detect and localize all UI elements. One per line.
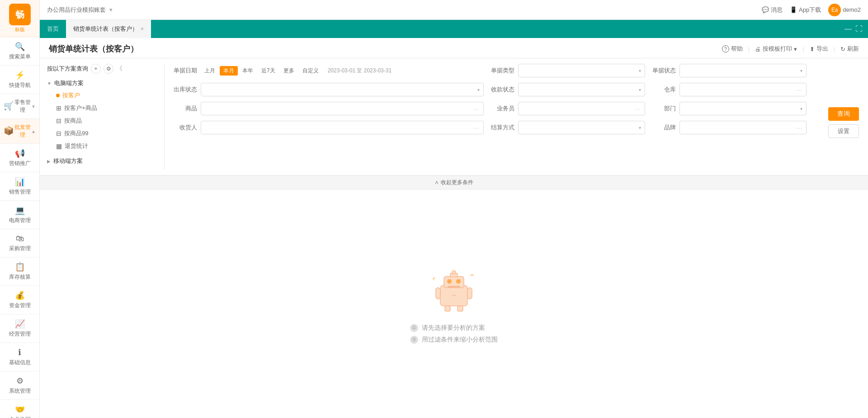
logo-icon: 畅: [9, 4, 31, 25]
refresh-icon: ↻: [840, 46, 845, 52]
sidebar-item-system[interactable]: ⚙ 系统管理: [0, 371, 39, 400]
sidebar-item-marketing[interactable]: 📢 营销推广: [0, 144, 39, 172]
tab-maximize-icon[interactable]: ⛶: [855, 25, 863, 33]
type-dropdown[interactable]: ▾: [518, 64, 645, 77]
scheme-by-goods[interactable]: ⊟ 按商品: [47, 114, 159, 127]
print-button[interactable]: 🖨 按模板打印 ▾: [755, 45, 797, 53]
scheme-by-customer-goods[interactable]: ⊞ 按客户+商品: [47, 102, 159, 114]
tab-minimize-icon[interactable]: —: [844, 25, 852, 33]
sidebar-item-search[interactable]: 🔍 搜索菜单: [0, 37, 39, 66]
sidebar-item-wholesale[interactable]: 📦 批发管理 ▲: [0, 119, 39, 144]
date-btn-this-month[interactable]: 本月: [220, 66, 238, 76]
user-menu[interactable]: Ea demo2: [828, 4, 861, 16]
pc-scheme-group-header[interactable]: ▼ 电脑端方案: [47, 77, 159, 89]
chevron-down-icon: ▾: [800, 68, 802, 73]
empty-tips: ① 请先选择要分析的方案 ② 用过滤条件来缩小分析范围: [410, 324, 498, 347]
warehouse-dropdown[interactable]: ···: [679, 83, 807, 96]
sidebar: 畅 标版 🔍 搜索菜单 ⚡ 快捷导航 🛒 零售管理 ▼ 📦 批发管理 ▲ 📢 营…: [0, 0, 40, 418]
refresh-label: 刷新: [847, 45, 859, 53]
type-label: 单据类型: [489, 66, 514, 75]
scheme-by-goods-99[interactable]: ⊟ 按商品99: [47, 127, 159, 140]
help-label: 帮助: [731, 45, 743, 53]
receive-status-dropdown[interactable]: ▾: [518, 83, 645, 96]
wholesale-icon: 📦: [4, 126, 14, 136]
message-button[interactable]: 💬 消息: [762, 6, 783, 14]
date-btn-this-year[interactable]: 本年: [239, 66, 257, 76]
date-btn-last-month[interactable]: 上月: [201, 66, 219, 76]
goods-input[interactable]: ···: [201, 102, 484, 115]
tip-text-1: 请先选择要分析的方案: [422, 324, 485, 332]
sidebar-item-sales[interactable]: 📊 销售管理: [0, 172, 39, 201]
scheme-item-label: 按客户: [62, 91, 80, 100]
tab-home[interactable]: 首页: [40, 20, 66, 38]
settings-scheme-button[interactable]: ⚙: [104, 64, 113, 74]
brand-input[interactable]: ···: [679, 121, 807, 134]
sidebar-item-quicknav[interactable]: ⚡ 快捷导航: [0, 66, 39, 94]
logo-area: 畅 标版: [0, 0, 39, 37]
operation-icon: 📈: [15, 319, 25, 329]
scheme-by-customer[interactable]: 按客户: [47, 89, 159, 102]
mobile-scheme-group-header[interactable]: ▶ 移动端方案: [47, 155, 159, 167]
dept-label: 部门: [651, 104, 676, 113]
collapse-scheme-icon[interactable]: 《: [116, 65, 123, 73]
tip-num-1: ①: [410, 324, 418, 332]
sidebar-item-purchase[interactable]: 🛍 采购管理: [0, 229, 39, 257]
tab-close-icon[interactable]: ×: [141, 26, 144, 32]
status-dropdown[interactable]: ▾: [679, 64, 807, 77]
settle-dropdown[interactable]: ▾: [518, 121, 645, 134]
date-range-text: 2023-03-01 至 2023-03-31: [328, 67, 392, 75]
svg-rect-7: [445, 306, 450, 311]
date-btn-more[interactable]: 更多: [280, 66, 298, 76]
table2-icon: ⊟: [56, 130, 61, 137]
scheme-return-stats[interactable]: ▦ 退货统计: [47, 140, 159, 152]
brand-field: 品牌 ···: [651, 121, 807, 134]
search-icon: 🔍: [15, 42, 25, 52]
sidebar-item-retail[interactable]: 🛒 零售管理 ▼: [0, 94, 39, 119]
breadcrumb-dropdown-icon[interactable]: ▾: [109, 6, 113, 13]
salesman-input[interactable]: ···: [518, 102, 645, 115]
breadcrumb: 办公用品行业模拟账套: [47, 6, 106, 14]
salesman-field: 业务员 ···: [489, 102, 645, 115]
tab-sales-report[interactable]: 销货单统计表（按客户） ×: [66, 20, 151, 38]
out-status-field: 出库状态 ▾: [172, 83, 484, 96]
goods-label: 商品: [172, 104, 197, 113]
settings-button[interactable]: 设置: [828, 124, 859, 138]
svg-point-3: [456, 279, 461, 284]
page-actions: ? 帮助 | 🖨 按模板打印 ▾ | ⬆ 导出 | ↻ 刷新: [722, 45, 859, 53]
out-status-dropdown[interactable]: ▾: [201, 83, 484, 96]
chevron-down-icon: ▾: [639, 68, 641, 73]
sales-report-tab-label: 销货单统计表（按客户）: [73, 25, 138, 33]
active-dot-icon: [56, 94, 60, 97]
sidebar-item-label: 基础信息: [9, 359, 31, 366]
dept-dropdown[interactable]: ▾: [679, 102, 807, 115]
app-download-button[interactable]: 📱 App下载: [790, 6, 821, 14]
table-icon: ⊟: [56, 117, 61, 124]
export-button[interactable]: ⬆ 导出: [810, 45, 828, 53]
consignee-input[interactable]: ···: [201, 121, 484, 134]
svg-point-2: [447, 279, 452, 284]
scheme-panel-header: 按以下方案查询 + ⚙ 《: [47, 64, 159, 74]
chevron-down-icon: ▾: [477, 87, 480, 92]
sidebar-item-label: 采购管理: [9, 245, 31, 252]
chevron-down-icon: ▾: [639, 87, 641, 92]
date-btn-custom[interactable]: 自定义: [299, 66, 322, 76]
date-buttons: 上月 本月 本年 近7天 更多 自定义: [201, 66, 322, 76]
query-button[interactable]: 查询: [828, 107, 859, 121]
sidebar-item-label: 企业协同: [9, 416, 31, 418]
sidebar-item-finance[interactable]: 💰 资金管理: [0, 286, 39, 314]
add-scheme-button[interactable]: +: [91, 64, 101, 74]
sidebar-item-label: 库存核算: [9, 273, 31, 281]
help-button[interactable]: ? 帮助: [722, 45, 743, 53]
sidebar-item-operation[interactable]: 📈 经营管理: [0, 314, 39, 343]
sidebar-item-basic[interactable]: ℹ 基础信息: [0, 343, 39, 371]
sidebar-item-enterprise[interactable]: 🤝 企业协同: [0, 400, 39, 418]
date-btn-7days[interactable]: 近7天: [258, 66, 279, 76]
scheme-panel: 按以下方案查询 + ⚙ 《 ▼ 电脑端方案 按客户 ⊞: [47, 64, 165, 170]
app-download-label: App下载: [799, 6, 821, 14]
sidebar-item-inventory[interactable]: 📋 库存核算: [0, 257, 39, 286]
collapse-bar[interactable]: ∧ 收起更多条件: [40, 176, 868, 190]
sidebar-item-ecommerce[interactable]: 💻 电商管理: [0, 201, 39, 229]
refresh-button[interactable]: ↻ 刷新: [840, 45, 859, 53]
type-field: 单据类型 ▾: [489, 64, 645, 77]
svg-rect-5: [436, 288, 440, 299]
